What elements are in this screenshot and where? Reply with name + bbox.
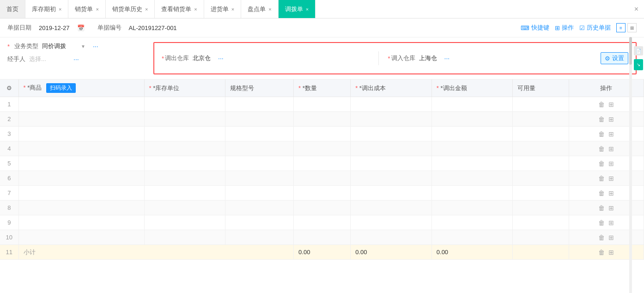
row-available-4[interactable] [513, 141, 569, 156]
row-unit-5[interactable] [144, 156, 225, 171]
out-warehouse-more[interactable]: ··· [218, 55, 224, 62]
copy-icon-1[interactable]: ⊞ [608, 101, 614, 108]
row-quantity-6[interactable] [294, 171, 351, 186]
tab-close-purchase[interactable]: × [231, 6, 234, 12]
row-quantity-3[interactable] [294, 127, 351, 141]
quick-key-btn[interactable]: ⌨ 快捷键 [521, 24, 549, 32]
operations-btn[interactable]: ⊞ 操作 [555, 24, 574, 32]
history-btn[interactable]: ☑ 历史单据 [579, 24, 611, 32]
row-available-9[interactable] [513, 215, 569, 230]
tab-inventory-init[interactable]: 库存期初 × [25, 0, 68, 18]
delete-icon-5[interactable]: 🗑 [598, 160, 605, 167]
in-warehouse-more[interactable]: ··· [444, 55, 450, 62]
sidebar-expand-btn[interactable]: ↗ [634, 59, 643, 70]
delete-icon-6[interactable]: 🗑 [598, 175, 605, 182]
row-unit-8[interactable] [144, 201, 225, 215]
copy-icon-8[interactable]: ⊞ [608, 204, 614, 212]
row-amount-9[interactable] [431, 215, 513, 230]
delete-icon-9[interactable]: 🗑 [598, 219, 605, 226]
tab-close-stocktake[interactable]: × [268, 6, 271, 12]
row-spec-4[interactable] [225, 141, 294, 156]
tab-stocktake[interactable]: 盘点单 × [241, 0, 278, 18]
delete-icon-3[interactable]: 🗑 [598, 130, 605, 138]
copy-icon-11[interactable]: ⊞ [608, 249, 614, 256]
row-spec-5[interactable] [225, 156, 294, 171]
row-available-8[interactable] [513, 201, 569, 215]
scan-button[interactable]: 扫码录入 [46, 83, 76, 93]
business-type-select[interactable]: 同价调拨 ▼ [42, 42, 85, 50]
copy-icon-2[interactable]: ⊞ [608, 116, 614, 123]
row-spec-2[interactable] [225, 112, 294, 127]
row-cost-5[interactable] [351, 156, 432, 171]
row-product-7[interactable] [18, 186, 144, 201]
business-type-more[interactable]: ··· [93, 43, 98, 50]
row-cost-8[interactable] [351, 201, 432, 215]
copy-icon-4[interactable]: ⊞ [608, 145, 614, 153]
row-unit-1[interactable] [144, 97, 225, 112]
row-amount-5[interactable] [431, 156, 513, 171]
settings-button[interactable]: ⚙ 设置 [601, 52, 628, 64]
row-spec-7[interactable] [225, 186, 294, 201]
copy-icon-7[interactable]: ⊞ [608, 189, 614, 197]
row-cost-9[interactable] [351, 215, 432, 230]
row-unit-9[interactable] [144, 215, 225, 230]
row-spec-6[interactable] [225, 171, 294, 186]
row-product-6[interactable] [18, 171, 144, 186]
tab-close-inventory-init[interactable]: × [59, 6, 61, 12]
row-quantity-1[interactable] [294, 97, 351, 112]
row-available-3[interactable] [513, 127, 569, 141]
row-quantity-7[interactable] [294, 186, 351, 201]
copy-icon-10[interactable]: ⊞ [608, 234, 614, 241]
row-unit-10[interactable] [144, 230, 225, 245]
tab-close-sales-history[interactable]: × [145, 6, 148, 12]
calendar-icon[interactable]: 📅 [77, 24, 85, 31]
row-spec-1[interactable] [225, 97, 294, 112]
tab-close-view-sales[interactable]: × [194, 6, 197, 12]
row-cost-7[interactable] [351, 186, 432, 201]
row-amount-1[interactable] [431, 97, 513, 112]
row-product-1[interactable] [18, 97, 144, 112]
tab-transfer[interactable]: 调拨单 × [279, 0, 316, 18]
row-amount-4[interactable] [431, 141, 513, 156]
row-amount-7[interactable] [431, 186, 513, 201]
row-available-6[interactable] [513, 171, 569, 186]
row-amount-6[interactable] [431, 171, 513, 186]
row-quantity-5[interactable] [294, 156, 351, 171]
row-cost-1[interactable] [351, 97, 432, 112]
delete-icon-4[interactable]: 🗑 [598, 145, 605, 153]
row-spec-10[interactable] [225, 230, 294, 245]
row-product-5[interactable] [18, 156, 144, 171]
row-amount-2[interactable] [431, 112, 513, 127]
row-unit-3[interactable] [144, 127, 225, 141]
row-available-1[interactable] [513, 97, 569, 112]
row-quantity-8[interactable] [294, 201, 351, 215]
copy-icon-3[interactable]: ⊞ [608, 130, 614, 138]
handler-more[interactable]: ··· [73, 55, 79, 63]
tab-sales-order[interactable]: 销货单 × [68, 0, 105, 18]
handler-placeholder[interactable]: 选择... [29, 55, 66, 63]
row-quantity-10[interactable] [294, 230, 351, 245]
th-gear[interactable]: ⚙ [0, 79, 18, 97]
row-cost-3[interactable] [351, 127, 432, 141]
row-spec-9[interactable] [225, 215, 294, 230]
copy-icon-9[interactable]: ⊞ [608, 219, 614, 226]
row-product-3[interactable] [18, 127, 144, 141]
layout-list-icon[interactable]: ≡ [616, 23, 626, 32]
row-spec-3[interactable] [225, 127, 294, 141]
tab-view-sales[interactable]: 查看销货单 × [155, 0, 204, 18]
sidebar-doc-btn[interactable]: 📄 [634, 46, 643, 55]
row-cost-4[interactable] [351, 141, 432, 156]
scroll-thumb[interactable] [629, 37, 632, 65]
row-amount-3[interactable] [431, 127, 513, 141]
row-product-10[interactable] [18, 230, 144, 245]
delete-icon-8[interactable]: 🗑 [598, 204, 605, 212]
row-cost-6[interactable] [351, 171, 432, 186]
row-unit-4[interactable] [144, 141, 225, 156]
row-amount-10[interactable] [431, 230, 513, 245]
delete-icon-1[interactable]: 🗑 [598, 101, 605, 108]
row-quantity-2[interactable] [294, 112, 351, 127]
tab-purchase[interactable]: 进货单 × [204, 0, 241, 18]
tab-sales-history[interactable]: 销货单历史 × [106, 0, 155, 18]
row-available-10[interactable] [513, 230, 569, 245]
row-quantity-9[interactable] [294, 215, 351, 230]
